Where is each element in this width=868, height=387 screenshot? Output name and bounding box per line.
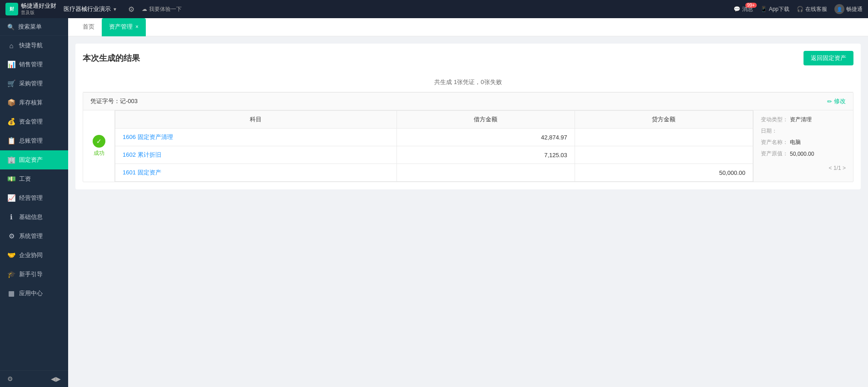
top-header: 财 畅捷通好业财 普及版 医疗器械行业演示 ▼ ⚙ ☁ 我要体验一下 💬 消息 … xyxy=(0,0,868,18)
table-area: 科目 借方金额 贷方金额 1606 固定资产清理 42,874.97 xyxy=(115,110,753,182)
sidebar-label-salary: 工资 xyxy=(19,175,31,183)
sales-icon: 📊 xyxy=(7,60,15,69)
sidebar-item-sales[interactable]: 📊 销售管理 xyxy=(0,55,68,74)
date-row: 日期： xyxy=(761,127,846,135)
col-header-credit: 贷方金额 xyxy=(575,111,753,129)
voucher-header: 凭证字号：记-003 ✏ 修改 xyxy=(83,93,853,110)
sidebar-label-ledger: 总账管理 xyxy=(19,137,43,145)
header-left: 财 畅捷通好业财 普及版 医疗器械行业演示 ▼ ⚙ ☁ 我要体验一下 xyxy=(5,2,182,16)
sidebar-item-salary[interactable]: 💵 工资 xyxy=(0,169,68,189)
back-to-fixed-assets-button[interactable]: 返回固定资产 xyxy=(804,51,853,65)
sidebar-item-inventory[interactable]: 📦 库存核算 xyxy=(0,93,68,112)
col-header-subject: 科目 xyxy=(115,111,397,129)
inventory-icon: 📦 xyxy=(7,99,15,107)
sidebar-label-system: 系统管理 xyxy=(19,232,43,240)
sidebar-label-guide: 新手引导 xyxy=(19,270,43,278)
guide-icon: 🎓 xyxy=(7,270,15,278)
sidebar-label-app-center: 应用中心 xyxy=(19,289,43,298)
online-service-button[interactable]: 🎧 在线客服 xyxy=(797,5,827,13)
settings-icon[interactable]: ⚙ xyxy=(124,5,138,14)
fixed-assets-icon: 🏢 xyxy=(7,156,15,164)
operation-icon: 📈 xyxy=(7,194,15,202)
user-info[interactable]: 👤 畅捷通 xyxy=(834,4,863,14)
pagination-text: 1/1 xyxy=(833,165,843,171)
message-badge: 99 xyxy=(745,3,757,8)
search-menu-item[interactable]: 🔍 搜索菜单 xyxy=(0,18,68,36)
sidebar-label-sales: 销售管理 xyxy=(19,60,43,69)
sidebar-item-cooperation[interactable]: 🤝 企业协同 xyxy=(0,246,68,265)
sidebar-item-basic-info[interactable]: ℹ 基础信息 xyxy=(0,208,68,227)
sidebar-item-ledger[interactable]: 📋 总账管理 xyxy=(0,131,68,150)
page-title: 本次生成的结果 xyxy=(83,53,140,64)
username: 畅捷通 xyxy=(846,5,863,13)
company-name: 医疗器械行业演示 xyxy=(64,5,111,13)
row1-credit xyxy=(575,129,753,146)
summary-bar: 共生成 1张凭证，0张失败 xyxy=(83,73,853,92)
sidebar-item-fund[interactable]: 💰 资金管理 xyxy=(0,112,68,131)
tab-home[interactable]: 首页 xyxy=(75,18,102,36)
edit-icon: ✏ xyxy=(827,98,832,105)
sidebar: 🔍 搜索菜单 ⌂ 快捷导航 📊 销售管理 🛒 采购管理 📦 库存核算 💰 资金管… xyxy=(0,18,68,387)
sidebar-item-operation[interactable]: 📈 经营管理 xyxy=(0,189,68,208)
sidebar-item-app-center[interactable]: ▦ 应用中心 xyxy=(0,284,68,303)
voucher-table: 科目 借方金额 贷方金额 1606 固定资产清理 42,874.97 xyxy=(115,110,753,182)
header-right: 💬 消息 99 📱 App下载 🎧 在线客服 👤 畅捷通 xyxy=(734,4,863,14)
sidebar-item-fixed-assets[interactable]: 🏢 固定资产 xyxy=(0,150,68,169)
row2-debit: 7,125.03 xyxy=(397,146,575,164)
row2-subject: 1602 累计折旧 xyxy=(115,146,397,164)
edit-label: 修改 xyxy=(834,97,846,105)
original-value-value: 50,000.00 xyxy=(790,151,814,157)
sidebar-label-purchase: 采购管理 xyxy=(19,79,43,88)
company-selector[interactable]: 医疗器械行业演示 ▼ xyxy=(60,5,121,13)
collapse-toggle-icon[interactable]: ◀▶ xyxy=(51,375,61,382)
sidebar-item-guide[interactable]: 🎓 新手引导 xyxy=(0,265,68,284)
asset-name-label: 资产名称： xyxy=(761,139,788,146)
tab-asset-mgmt[interactable]: 资产管理 × xyxy=(102,18,146,36)
content-area: 首页 资产管理 × 本次生成的结果 返回固定资产 共生成 1张凭证，0张失败 xyxy=(68,18,868,387)
sidebar-label-inventory: 库存核算 xyxy=(19,99,43,107)
table-row: 1602 累计折旧 7,125.03 xyxy=(115,146,753,164)
app-download-button[interactable]: 📱 App下载 xyxy=(760,5,789,13)
settings-footer-icon[interactable]: ⚙ xyxy=(7,375,13,382)
sidebar-label-operation: 经营管理 xyxy=(19,194,43,202)
logo-text-block: 畅捷通好业财 普及版 xyxy=(21,2,56,16)
asset-name-row: 资产名称： 电脑 xyxy=(761,139,846,146)
sidebar-item-system[interactable]: ⚙ 系统管理 xyxy=(0,227,68,246)
page-title-bar: 本次生成的结果 返回固定资产 xyxy=(83,51,853,65)
sidebar-label-basic-info: 基础信息 xyxy=(19,213,43,221)
app-center-icon: ▦ xyxy=(7,289,15,298)
cooperation-icon: 🤝 xyxy=(7,251,15,259)
summary-text: 共生成 1张凭证，0张失败 xyxy=(434,79,501,85)
side-info-panel: 变动类型： 资产清理 日期： 资产名称： 电脑 xyxy=(753,110,853,182)
row3-subject: 1601 固定资产 xyxy=(115,164,397,182)
pagination-next-icon[interactable]: > xyxy=(843,165,846,171)
tab-asset-mgmt-label: 资产管理 xyxy=(109,23,133,31)
date-label: 日期： xyxy=(761,127,777,135)
sidebar-label-fixed-assets: 固定资产 xyxy=(19,156,43,164)
avatar: 👤 xyxy=(834,4,844,14)
logo-text: 畅捷通好业财 xyxy=(21,2,56,10)
purchase-icon: 🛒 xyxy=(7,79,15,88)
voucher-number: 凭证字号：记-003 xyxy=(90,97,138,105)
voucher-body: ✓ 成功 科目 借方金额 贷方金额 xyxy=(83,110,853,182)
pagination[interactable]: < 1/1 > xyxy=(761,165,846,171)
sidebar-item-quick-nav[interactable]: ⌂ 快捷导航 xyxy=(0,36,68,55)
home-icon: ⌂ xyxy=(7,41,15,50)
tab-close-icon[interactable]: × xyxy=(135,24,139,30)
pagination-prev-icon[interactable]: < xyxy=(829,165,832,171)
sidebar-item-purchase[interactable]: 🛒 采购管理 xyxy=(0,74,68,93)
edit-voucher-button[interactable]: ✏ 修改 xyxy=(827,97,846,105)
table-row: 1601 固定资产 50,000.00 xyxy=(115,164,753,182)
message-button[interactable]: 💬 消息 99 xyxy=(734,5,753,13)
success-icon: ✓ xyxy=(93,135,105,148)
row1-debit: 42,874.97 xyxy=(397,129,575,146)
change-type-value: 资产清理 xyxy=(790,116,812,124)
original-value-label: 资产原值： xyxy=(761,150,788,158)
tab-home-label: 首页 xyxy=(83,23,94,31)
status-column: ✓ 成功 xyxy=(83,110,115,182)
fund-icon: 💰 xyxy=(7,118,15,126)
row3-credit: 50,000.00 xyxy=(575,164,753,182)
feedback-button[interactable]: ☁ 我要体验一下 xyxy=(142,5,182,13)
logo-area: 财 畅捷通好业财 普及版 xyxy=(5,2,56,16)
sidebar-label-fund: 资金管理 xyxy=(19,118,43,126)
